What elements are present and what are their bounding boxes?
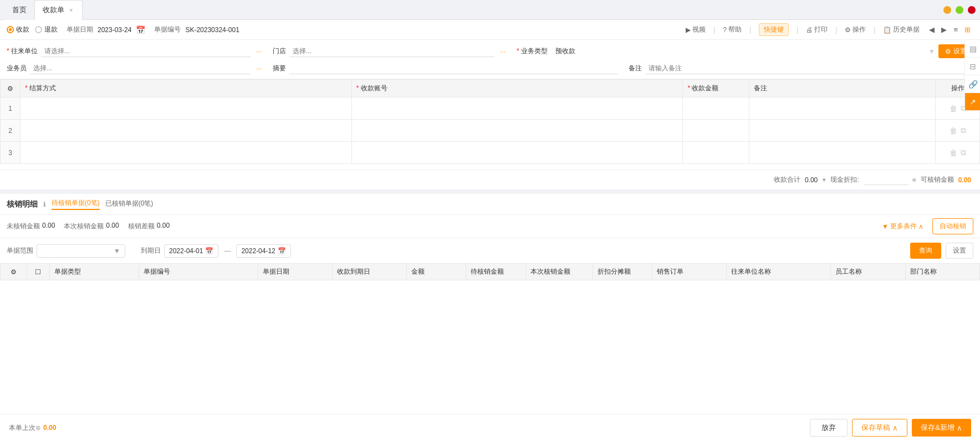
bth-doc-num: 单据编号 bbox=[139, 264, 258, 280]
minimize-button[interactable]: – bbox=[943, 6, 951, 14]
bth-pending: 待核销金额 bbox=[466, 264, 525, 280]
discount-input[interactable] bbox=[864, 175, 908, 185]
row-3-settlement[interactable] bbox=[21, 142, 352, 164]
bth-doc-type: 单据类型 bbox=[49, 264, 139, 280]
help-action[interactable]: ? 帮助 bbox=[723, 25, 742, 34]
doc-num-field: 单据编号 SK-20230324-001 bbox=[154, 25, 239, 34]
party-input[interactable] bbox=[41, 45, 251, 57]
row-2-account[interactable] bbox=[351, 120, 683, 142]
row-2-action: 🗑 ⧉ bbox=[936, 120, 980, 142]
tab-active[interactable]: 收款单 × bbox=[34, 0, 83, 20]
th-gear[interactable]: ⚙ bbox=[1, 80, 21, 98]
list-view-button[interactable]: ≡ bbox=[951, 24, 961, 35]
next-button[interactable]: ▶ bbox=[938, 24, 950, 35]
row-2-copy-icon[interactable]: ⧉ bbox=[961, 126, 966, 135]
right-sidebar: ▤ ⊟ 🔗 ↗ bbox=[964, 40, 980, 111]
help-label: 帮助 bbox=[728, 25, 742, 34]
hexiao-info-icon[interactable]: ℹ bbox=[43, 201, 46, 208]
bth-checkbox[interactable]: ☐ bbox=[27, 264, 49, 280]
staff-label: 业务员 bbox=[7, 64, 27, 73]
maximize-button[interactable]: □ bbox=[956, 6, 963, 14]
save-new-button[interactable]: 保存&新增 ∧ bbox=[912, 419, 971, 437]
row-3-account[interactable] bbox=[351, 142, 683, 164]
store-more-icon[interactable]: ··· bbox=[500, 48, 506, 55]
discard-button[interactable]: 放弃 bbox=[810, 419, 848, 437]
row-2-settlement[interactable] bbox=[21, 120, 352, 142]
remarks-input[interactable] bbox=[645, 63, 973, 74]
th-amount: * 收款金额 bbox=[683, 80, 749, 98]
close-button[interactable]: × bbox=[968, 6, 976, 14]
tab-close-icon[interactable]: × bbox=[68, 6, 74, 14]
query-button[interactable]: 查询 bbox=[910, 243, 941, 259]
row-3-delete-icon[interactable]: 🗑 bbox=[950, 148, 957, 157]
doc-date-value: 2023-03-24 bbox=[98, 26, 131, 34]
unchecked-label: 未核销金额 bbox=[7, 222, 40, 231]
sidebar-icon-1[interactable]: ▤ bbox=[965, 40, 980, 58]
store-label: 门店 bbox=[273, 47, 286, 56]
row-1-delete-icon[interactable]: 🗑 bbox=[950, 104, 957, 113]
sidebar-icon-3[interactable]: 🔗 bbox=[965, 75, 980, 93]
radio-receive[interactable]: 收款 bbox=[7, 25, 29, 34]
video-icon: ▶ bbox=[686, 26, 691, 34]
row-1-settlement[interactable] bbox=[21, 98, 352, 120]
shortcut-button[interactable]: 快捷键 bbox=[759, 23, 789, 36]
hexiao-header: 核销明细 ℹ 待核销单据(0笔) 已核销单据(0笔) bbox=[0, 194, 980, 215]
save-draft-button[interactable]: 保存草稿 ∧ bbox=[852, 419, 907, 437]
save-new-arrow: ∧ bbox=[957, 424, 962, 432]
radio-receive-label: 收款 bbox=[16, 25, 29, 34]
radio-receive-dot bbox=[7, 26, 14, 33]
prev-button[interactable]: ◀ bbox=[926, 24, 937, 35]
hexiao-settings-button[interactable]: 设置 bbox=[946, 243, 973, 259]
sidebar-icon-4[interactable]: ↗ bbox=[965, 93, 980, 111]
date-to-picker[interactable]: 2022-04-12 📅 bbox=[236, 244, 290, 258]
staff-more-icon[interactable]: ··· bbox=[256, 65, 262, 73]
video-action[interactable]: ▶ 视频 bbox=[686, 25, 706, 34]
party-more-icon[interactable]: ··· bbox=[256, 48, 262, 55]
row-1-account[interactable] bbox=[351, 98, 683, 120]
row-3-copy-icon[interactable]: ⧉ bbox=[961, 148, 966, 157]
date-from-picker[interactable]: 2022-04-01 📅 bbox=[164, 244, 218, 258]
staff-input[interactable] bbox=[30, 63, 251, 74]
summary-field: 摘要 bbox=[273, 63, 617, 74]
tab-active-label: 收款单 bbox=[43, 5, 64, 15]
date-to-value: 2022-04-12 bbox=[241, 247, 275, 255]
done-tab[interactable]: 已核销单据(0笔) bbox=[105, 199, 154, 209]
auto-hexiao-button[interactable]: 自动核销 bbox=[932, 218, 973, 234]
summary-input[interactable] bbox=[289, 63, 617, 74]
print-action[interactable]: 🖨 打印 bbox=[806, 25, 828, 34]
row-1-remarks[interactable] bbox=[749, 98, 936, 120]
grid-view-button[interactable]: ⊞ bbox=[962, 24, 973, 35]
doc-range-select[interactable]: ▼ bbox=[37, 244, 125, 258]
pending-tab[interactable]: 待核销单据(0笔) bbox=[52, 198, 100, 210]
bth-doc-date: 单据日期 bbox=[258, 264, 332, 280]
table-row: 3 🗑 ⧉ bbox=[1, 142, 980, 164]
footer-actions: 放弃 保存草稿 ∧ 保存&新增 ∧ bbox=[810, 419, 971, 437]
doc-date-label: 单据日期 bbox=[67, 25, 93, 34]
bth-gear[interactable]: ⚙ bbox=[1, 264, 27, 280]
tab-home[interactable]: 首页 bbox=[4, 0, 34, 20]
row-2-delete-icon[interactable]: 🗑 bbox=[950, 126, 957, 135]
discount-label: 现金折扣: bbox=[830, 175, 859, 184]
history-icon: 📋 bbox=[883, 26, 891, 34]
this-hexiao-value: 0.00 bbox=[106, 222, 119, 231]
row-2-remarks[interactable] bbox=[749, 120, 936, 142]
row-3-amount[interactable] bbox=[683, 142, 749, 164]
store-input[interactable] bbox=[289, 45, 494, 57]
operation-action[interactable]: ⚙ 操作 bbox=[845, 25, 866, 34]
history-action[interactable]: 📋 历史单据 bbox=[883, 25, 920, 34]
sidebar-icon-2[interactable]: ⊟ bbox=[965, 58, 980, 75]
calendar-from-icon: 📅 bbox=[205, 247, 213, 255]
save-draft-arrow: ∧ bbox=[892, 424, 898, 432]
remarks-label: 备注 bbox=[629, 64, 642, 73]
more-conditions[interactable]: ▼ 更多条件 ∧ bbox=[882, 222, 923, 231]
biz-type-arrow[interactable]: ▼ bbox=[928, 48, 935, 55]
row-2-amount[interactable] bbox=[683, 120, 749, 142]
radio-refund[interactable]: 退款 bbox=[35, 25, 58, 34]
row-3-remarks[interactable] bbox=[749, 142, 936, 164]
this-hexiao-label: 本次核销金额 bbox=[64, 222, 104, 231]
history-label: 历史单据 bbox=[893, 25, 920, 34]
calendar-icon[interactable]: 📅 bbox=[136, 25, 145, 34]
settings-gear-icon: ⚙ bbox=[945, 48, 951, 55]
staff-field: 业务员 ··· bbox=[7, 63, 262, 74]
row-1-amount[interactable] bbox=[683, 98, 749, 120]
